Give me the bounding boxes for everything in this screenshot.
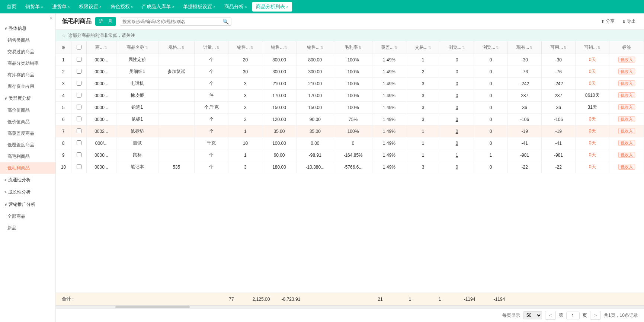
views-link[interactable]: 0	[456, 69, 458, 74]
nav-item-角色授权[interactable]: 角色授权×	[107, 2, 137, 12]
views-link[interactable]: 0	[456, 165, 458, 170]
col-header-views1[interactable]: 浏览...⇅	[440, 41, 474, 54]
sidebar-item-交易过的商品[interactable]: 交易过的商品	[0, 46, 55, 58]
sidebar-item-高覆盖度商品[interactable]: 高覆盖度商品	[0, 128, 55, 139]
sidebar-item-库存资金占用[interactable]: 库存资金占用	[0, 81, 55, 92]
col-header-sales_price[interactable]: 销售...⇅	[262, 41, 296, 54]
col-header-views2[interactable]: 浏览...⇅	[474, 41, 508, 54]
col-header-sales_qty[interactable]: 销售...⇅	[228, 41, 262, 54]
row-checkbox[interactable]	[77, 117, 81, 121]
share-button[interactable]: ⬆ 分享	[599, 17, 617, 26]
sidebar-item-高价值商品[interactable]: 高价值商品	[0, 105, 55, 116]
sort-icon-sales_qty[interactable]: ⇅	[250, 46, 253, 50]
sort-icon-sales_profit[interactable]: ⇅	[320, 46, 323, 50]
sidebar-item-高毛利商品[interactable]: 高毛利商品	[0, 151, 55, 162]
nav-close-icon[interactable]: ×	[245, 5, 247, 9]
sidebar-group-流通性分析[interactable]: >流通性分析	[0, 174, 55, 186]
col-header-current_stock[interactable]: 现有...⇅	[508, 41, 542, 54]
col-header-trade_count[interactable]: 交易...⇅	[406, 41, 440, 54]
sort-icon-views1[interactable]: ⇅	[462, 46, 465, 50]
sort-icon-sales_price[interactable]: ⇅	[284, 46, 287, 50]
col-header-sales_profit[interactable]: 销售...⇅	[296, 41, 334, 54]
nav-item-产成品入库单[interactable]: 产成品入库单×	[138, 2, 178, 12]
sort-icon-current_stock[interactable]: ⇅	[530, 46, 533, 50]
sidebar-item-有库存的商品[interactable]: 有库存的商品	[0, 69, 55, 81]
date-filter-button[interactable]: 近一月	[95, 17, 116, 26]
row-checkbox[interactable]	[77, 164, 81, 169]
nav-close-icon[interactable]: ×	[41, 5, 43, 9]
nav-item-销货单[interactable]: 销货单×	[22, 2, 47, 12]
nav-item-商品分析列表[interactable]: 商品分析列表×	[252, 2, 292, 12]
row-checkbox[interactable]	[77, 152, 81, 157]
row-checkbox[interactable]	[77, 57, 81, 62]
sidebar-group-整体信息[interactable]: ∨整体信息	[0, 22, 55, 35]
nav-item-单据模板设置[interactable]: 单据模板设置×	[179, 2, 219, 12]
next-page-button[interactable]: ＞	[590, 311, 601, 320]
nav-close-icon[interactable]: ×	[213, 5, 215, 9]
col-header-available_stock[interactable]: 可用...⇅	[542, 41, 576, 54]
views-link[interactable]: 1	[456, 153, 458, 158]
views-link[interactable]: 0	[456, 93, 458, 98]
nav-item-权限设置[interactable]: 权限设置×	[75, 2, 105, 12]
sort-icon-spec[interactable]: ⇅	[182, 46, 185, 50]
row-checkbox[interactable]	[77, 105, 81, 109]
sellable-days: 0天	[576, 54, 609, 66]
row-checkbox[interactable]	[77, 140, 81, 145]
sort-icon-name[interactable]: ⇅	[145, 46, 148, 50]
nav-close-icon[interactable]: ×	[172, 5, 174, 9]
sort-icon-available_stock[interactable]: ⇅	[564, 46, 567, 50]
sort-icon-coverage[interactable]: ⇅	[394, 46, 397, 50]
views-link[interactable]: 0	[456, 81, 458, 86]
col-header-coverage[interactable]: 覆盖...⇅	[372, 41, 406, 54]
views-link[interactable]: 0	[456, 105, 458, 110]
views-link[interactable]: 0	[456, 141, 458, 146]
prev-page-button[interactable]: ＜	[545, 311, 556, 320]
sort-icon-gross_rate[interactable]: ⇅	[359, 46, 362, 50]
col-header-gross_rate[interactable]: 毛利率⇅	[334, 41, 372, 54]
sort-icon-views2[interactable]: ⇅	[496, 46, 499, 50]
select-all-checkbox[interactable]	[77, 45, 81, 50]
row-checkbox[interactable]	[77, 81, 81, 86]
views-link[interactable]: 0	[456, 129, 458, 134]
column-settings-icon[interactable]: ⚙	[61, 45, 65, 50]
page-size-select[interactable]: 50 100 200	[523, 311, 542, 319]
sidebar-item-低覆盖度商品[interactable]: 低覆盖度商品	[0, 139, 55, 151]
nav-close-icon[interactable]: ×	[286, 5, 288, 9]
col-header-code[interactable]: 商...⇅	[87, 41, 116, 54]
sidebar-item-商品分类助销率[interactable]: 商品分类助销率	[0, 58, 55, 69]
export-button[interactable]: ⬇ 导出	[620, 17, 638, 26]
scroll-bar[interactable]	[56, 305, 644, 308]
sort-icon-trade_count[interactable]: ⇅	[428, 46, 431, 50]
views-link[interactable]: 0	[456, 57, 458, 63]
sort-icon-sellable_days[interactable]: ⇅	[597, 46, 600, 50]
sidebar-item-低价值商品[interactable]: 低价值商品	[0, 116, 55, 128]
sidebar-item-全部商品[interactable]: 全部商品	[0, 211, 55, 222]
nav-close-icon[interactable]: ×	[99, 5, 102, 9]
nav-close-icon[interactable]: ×	[68, 5, 70, 9]
nav-close-icon[interactable]: ×	[131, 5, 133, 9]
search-input[interactable]	[122, 19, 222, 24]
col-header-spec[interactable]: 规格...⇅	[158, 41, 195, 54]
row-checkbox[interactable]	[77, 128, 81, 133]
sidebar-group-成长性分析[interactable]: >成长性分析	[0, 186, 55, 198]
row-checkbox[interactable]	[77, 93, 81, 98]
sidebar-item-低毛利商品[interactable]: 低毛利商品	[0, 162, 55, 174]
views-link[interactable]: 0	[456, 117, 458, 122]
sidebar-group-营销推广分析[interactable]: ∨营销推广分析	[0, 198, 55, 211]
sidebar-group-类群度分析[interactable]: ∨类群度分析	[0, 92, 55, 105]
nav-item-首页[interactable]: 首页	[3, 2, 20, 12]
page-input[interactable]	[566, 312, 580, 319]
col-header-name[interactable]: 商品名称⇅	[116, 41, 158, 54]
sort-icon-unit[interactable]: ⇅	[217, 46, 220, 50]
sort-icon-code[interactable]: ⇅	[104, 46, 107, 50]
col-header-unit[interactable]: 计量...⇅	[195, 41, 228, 54]
sales-profit: 210.00	[296, 78, 334, 90]
col-header-sellable_days[interactable]: 可销...⇅	[576, 41, 609, 54]
sidebar-collapse-btn[interactable]: «	[0, 13, 55, 22]
row-checkbox[interactable]	[77, 69, 81, 74]
row-checkbox	[71, 90, 87, 102]
sidebar-item-新品[interactable]: 新品	[0, 222, 55, 234]
nav-item-进货单[interactable]: 进货单×	[48, 2, 74, 12]
nav-item-商品分析[interactable]: 商品分析×	[221, 2, 251, 12]
sidebar-item-销售类商品[interactable]: 销售类商品	[0, 35, 55, 46]
